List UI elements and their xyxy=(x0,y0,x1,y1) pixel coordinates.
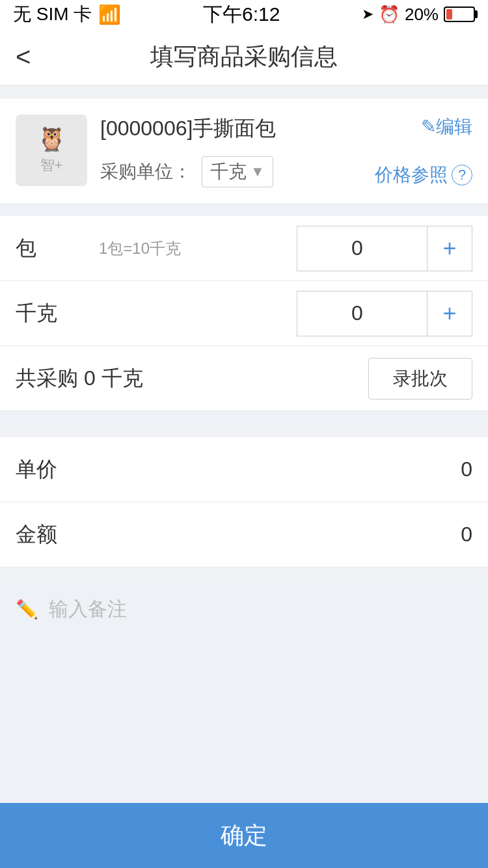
unit-price-value: 0 xyxy=(461,457,472,481)
unit-price-label: 单价 xyxy=(16,455,461,484)
pencil-icon: ✏️ xyxy=(16,599,38,620)
quantity-section: 包 1包=10千克 + 千克 + xyxy=(0,216,488,346)
section-divider-2 xyxy=(0,411,488,424)
amount-row: 金额 0 xyxy=(0,502,488,567)
amount-label: 金额 xyxy=(16,521,461,549)
bao-quantity-input[interactable] xyxy=(297,226,427,271)
location-arrow-icon: ➤ xyxy=(362,6,373,23)
status-bar: 无 SIM 卡 📶 下午6:12 ➤ ⏰ 20% xyxy=(0,0,488,29)
product-image: 🦉 智+ xyxy=(16,115,87,186)
bao-row: 包 1包=10千克 + xyxy=(0,216,488,281)
record-batch-button[interactable]: 录批次 xyxy=(368,358,472,400)
product-card: 🦉 智+ [0000006]手撕面包 采购单位： 千克 ▼ ✎编辑 价格参照 ? xyxy=(0,99,488,203)
unit-selector[interactable]: 千克 ▼ xyxy=(202,156,273,187)
alarm-icon: ⏰ xyxy=(379,5,400,25)
nav-bar: < 填写商品采购信息 xyxy=(0,29,488,86)
amount-value: 0 xyxy=(461,522,472,547)
battery-percent: 20% xyxy=(405,5,439,25)
chevron-down-icon: ▼ xyxy=(251,163,265,180)
wifi-icon: 📶 xyxy=(98,4,121,25)
section-divider-1 xyxy=(0,203,488,216)
battery-icon xyxy=(444,7,475,22)
kg-row: 千克 + xyxy=(0,281,488,346)
price-ref-label: 价格参照 xyxy=(375,163,448,187)
product-logo-text: 智+ xyxy=(40,156,63,175)
kg-label: 千克 xyxy=(16,299,94,328)
edit-button[interactable]: ✎编辑 xyxy=(421,115,472,139)
question-icon: ? xyxy=(452,165,472,185)
kg-input-wrap: + xyxy=(297,291,472,336)
note-section[interactable]: ✏️ 输入备注 xyxy=(0,580,488,638)
unit-price-row: 单价 0 xyxy=(0,437,488,502)
bao-label: 包 xyxy=(16,234,94,263)
page-title: 填写商品采购信息 xyxy=(150,41,338,73)
note-placeholder: 输入备注 xyxy=(49,596,127,623)
info-section: 单价 0 金额 0 xyxy=(0,437,488,567)
price-ref-button[interactable]: 价格参照 ? xyxy=(375,163,472,187)
bao-plus-button[interactable]: + xyxy=(427,226,472,271)
total-row: 共采购 0 千克 录批次 xyxy=(0,346,488,411)
total-label: 共采购 0 千克 xyxy=(16,364,368,393)
back-button[interactable]: < xyxy=(16,42,31,72)
kg-quantity-input[interactable] xyxy=(297,291,427,336)
unit-label-text: 采购单位： xyxy=(100,159,191,184)
bao-sublabel: 1包=10千克 xyxy=(99,238,297,259)
unit-value: 千克 xyxy=(210,159,247,184)
status-right: ➤ ⏰ 20% xyxy=(362,5,475,25)
status-left: 无 SIM 卡 📶 xyxy=(13,2,121,27)
product-name: [0000006]手撕面包 xyxy=(100,115,472,143)
edit-label: ✎编辑 xyxy=(421,115,472,139)
bao-input-wrap: + xyxy=(297,226,472,271)
no-sim-label: 无 SIM 卡 xyxy=(13,2,92,27)
confirm-button[interactable]: 确定 xyxy=(0,803,488,868)
status-time: 下午6:12 xyxy=(203,1,280,28)
kg-plus-button[interactable]: + xyxy=(427,291,472,336)
